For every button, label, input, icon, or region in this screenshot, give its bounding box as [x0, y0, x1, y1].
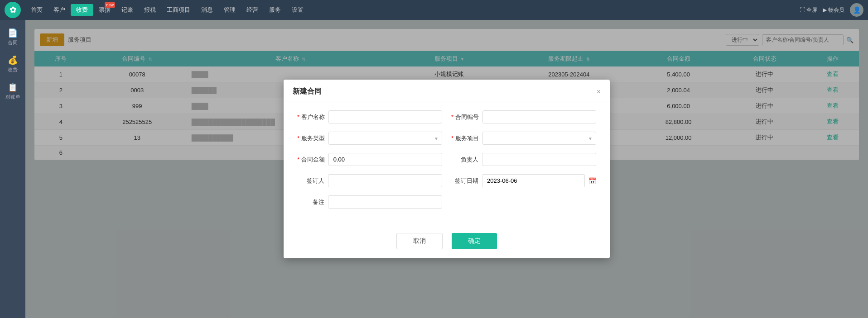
form-row-5: 备注	[297, 195, 596, 209]
label-sign-date: 签订日期	[451, 177, 478, 185]
member-button[interactable]: ▶ 畅会员	[823, 6, 844, 14]
nav-home[interactable]: 首页	[25, 4, 48, 16]
modal-header: 新建合同 ×	[284, 80, 610, 101]
input-sign-date[interactable]	[482, 174, 585, 187]
nav-tax[interactable]: 报税	[139, 4, 161, 16]
main-content: 新增 服务项目 进行中 已完成 全部 🔍 序号	[25, 20, 868, 318]
calendar-icon[interactable]: 📅	[588, 177, 596, 185]
form-group-sign-person: 签订人	[297, 174, 442, 187]
fee-icon: 💰	[8, 55, 18, 65]
modal-close-button[interactable]: ×	[597, 88, 601, 96]
service-item-wrapper: ▼	[482, 132, 596, 145]
top-nav: ✿ 首页 客户 收费 票据 new 记账 报税 工商项目 消息 管理 经营 服务…	[0, 0, 868, 20]
label-responsible: 负责人	[451, 156, 478, 164]
sidebar-item-contract[interactable]: 📄 合同	[1, 24, 24, 50]
form-group-contract-no: 合同编号	[451, 110, 596, 123]
modal-title: 新建合同	[293, 87, 322, 96]
input-contract-no[interactable]	[482, 110, 596, 123]
nav-message[interactable]: 消息	[196, 4, 218, 16]
label-customer-name: 客户名称	[297, 113, 325, 121]
contract-icon: 📄	[8, 28, 18, 38]
modal-overlay: 新建合同 × 客户名称 合同编号	[25, 20, 868, 318]
input-responsible[interactable]	[482, 153, 596, 166]
member-icon: ▶	[823, 7, 827, 13]
form-group-service-item: 服务项目 ▼	[451, 132, 596, 145]
nav-operate[interactable]: 经营	[241, 4, 264, 16]
label-sign-person: 签订人	[297, 177, 324, 185]
nav-customer[interactable]: 客户	[48, 4, 71, 16]
confirm-button[interactable]: 确定	[452, 233, 497, 249]
nav-ticket[interactable]: 票据 new	[93, 4, 116, 16]
form-group-sign-date: 签订日期 📅	[451, 174, 596, 187]
app-logo: ✿	[5, 2, 21, 18]
select-service-type[interactable]	[328, 132, 442, 145]
form-group-amount: 合同金额	[297, 153, 442, 166]
nav-bookkeep[interactable]: 记账	[116, 4, 139, 16]
label-contract-no: 合同编号	[451, 113, 479, 121]
form-row-1: 客户名称 合同编号	[297, 110, 596, 123]
nav-manage[interactable]: 管理	[218, 4, 241, 16]
modal-footer: 取消 确定	[284, 226, 610, 258]
cancel-button[interactable]: 取消	[396, 233, 443, 249]
sidebar: 📄 合同 💰 收费 📋 对账单	[0, 20, 25, 318]
label-service-item: 服务项目	[451, 134, 479, 142]
app-body: 📄 合同 💰 收费 📋 对账单 新增 服务项目 进行中 已完成 全部	[0, 20, 868, 318]
nav-business[interactable]: 工商项目	[161, 4, 196, 16]
form-row-2: 服务类型 ▼ 服务项目 ▼	[297, 132, 596, 145]
new-contract-modal: 新建合同 × 客户名称 合同编号	[284, 80, 610, 258]
form-group-customer-name: 客户名称	[297, 110, 442, 123]
service-type-wrapper: ▼	[328, 132, 442, 145]
sidebar-item-statement[interactable]: 📋 对账单	[1, 79, 24, 104]
label-amount: 合同金额	[297, 156, 325, 164]
fullscreen-icon: ⛶	[800, 7, 805, 13]
input-sign-person[interactable]	[328, 174, 442, 187]
sidebar-item-fee[interactable]: 💰 收费	[1, 52, 24, 77]
new-badge: new	[105, 2, 115, 8]
form-group-responsible: 负责人	[451, 153, 596, 166]
form-row-3: 合同金额 负责人	[297, 153, 596, 166]
user-avatar[interactable]: 👤	[850, 3, 863, 17]
statement-icon: 📋	[8, 82, 18, 92]
nav-settings[interactable]: 设置	[286, 4, 309, 16]
fullscreen-button[interactable]: ⛶ 全屏	[800, 6, 817, 14]
modal-body: 客户名称 合同编号 服务类型	[284, 101, 610, 226]
form-group-service-type: 服务类型 ▼	[297, 132, 442, 145]
nav-service[interactable]: 服务	[264, 4, 286, 16]
input-remark[interactable]	[328, 195, 442, 209]
label-remark: 备注	[297, 198, 324, 206]
input-customer-name[interactable]	[328, 110, 442, 123]
input-amount[interactable]	[328, 153, 442, 166]
nav-items: 首页 客户 收费 票据 new 记账 报税 工商项目 消息 管理 经营 服务 设…	[25, 4, 800, 16]
label-service-type: 服务类型	[297, 134, 325, 142]
nav-fee[interactable]: 收费	[71, 4, 93, 16]
form-group-remark: 备注	[297, 195, 442, 209]
select-service-item[interactable]	[482, 132, 596, 145]
form-row-4: 签订人 签订日期 📅	[297, 174, 596, 187]
right-actions: ⛶ 全屏 ▶ 畅会员 👤	[800, 3, 863, 17]
